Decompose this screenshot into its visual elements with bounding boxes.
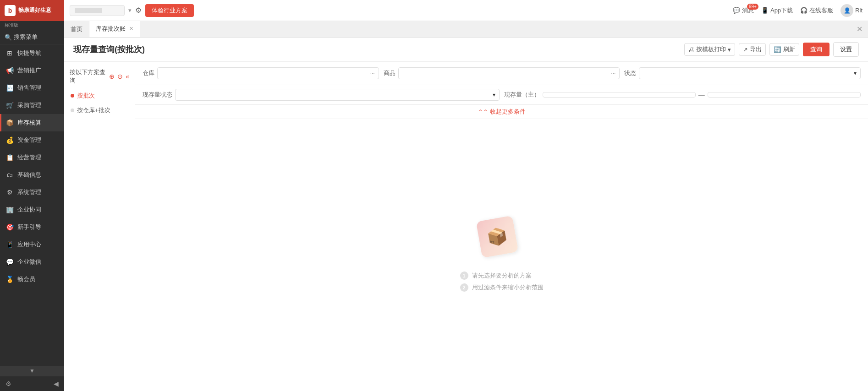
sidebar-item-quick-nav[interactable]: ⊞快捷导航 <box>0 44 64 62</box>
filter-item-batch-label: 按批次 <box>77 92 95 100</box>
nav-icon-quick-nav: ⊞ <box>5 49 14 57</box>
nav-icon-member: 🏅 <box>5 276 14 283</box>
refresh-btn[interactable]: 🔄 刷新 <box>769 43 799 56</box>
nav-label-finance: 资金管理 <box>17 136 41 144</box>
nav-icon-wechat: 💬 <box>5 258 14 266</box>
topbar-left: ▾ ⚙ 体验行业方案 <box>70 4 194 17</box>
print-template-btn[interactable]: 🖨 按模板打印 ▾ <box>684 43 735 56</box>
user-name-label: Rit <box>855 7 863 14</box>
query-btn[interactable]: 查询 <box>803 43 830 56</box>
tip-num: 1 <box>460 272 468 280</box>
filter-item-batch[interactable]: 按批次 <box>64 88 135 103</box>
sidebar-item-finance[interactable]: 💰资金管理 <box>0 131 64 149</box>
settings-icon[interactable]: ⚙ <box>5 380 11 387</box>
user-avatar: 👤 <box>841 4 853 17</box>
filter-inactive-dot <box>71 109 74 112</box>
topbar: ▾ ⚙ 体验行业方案 💬 消息 99+ 📱 App下载 🎧 在线客服 👤 Rit <box>64 0 868 21</box>
inventory-qty-to-input[interactable] <box>708 92 861 98</box>
filter-group-inventory-qty: 现存量（主） — <box>504 91 861 99</box>
filter-settings-icon[interactable]: ⊙ <box>117 73 123 80</box>
query-area: 仓库 ··· 商品 ··· <box>135 62 868 391</box>
goods-input[interactable]: ··· <box>398 67 620 79</box>
sidebar-item-wechat[interactable]: 💬企业微信 <box>0 253 64 271</box>
warehouse-label: 仓库 <box>143 69 154 77</box>
sidebar-item-enterprise[interactable]: 🏢企业协同 <box>0 201 64 218</box>
status-select[interactable]: ▾ <box>639 67 861 79</box>
nav-icon-appcenter: 📱 <box>5 241 14 248</box>
topbar-dropdown-arrow[interactable]: ▾ <box>128 7 132 14</box>
settings-btn[interactable]: 设置 <box>833 42 859 57</box>
notification-item[interactable]: 💬 消息 99+ <box>733 6 754 15</box>
message-icon: 💬 <box>733 7 740 14</box>
filter-panel-header: 按以下方案查询 ⊕ ⊙ « <box>64 66 135 88</box>
headset-icon: 🎧 <box>800 7 808 14</box>
nav-label-newbie: 新手引导 <box>17 223 41 231</box>
app-logo: b <box>5 5 16 16</box>
inventory-status-label: 现存量状态 <box>143 91 172 99</box>
app-download-label: App下载 <box>770 6 793 15</box>
nav-label-marketing: 营销推广 <box>17 66 41 75</box>
sidebar-item-basic[interactable]: 🗂基础信息 <box>0 166 64 184</box>
sidebar-item-member[interactable]: 🏅畅会员 <box>0 271 64 288</box>
page-content: 现存量查询(按批次) 🖨 按模板打印 ▾ ↗ 导出 🔄 刷新 查询 设置 <box>64 38 868 391</box>
sidebar-item-appcenter[interactable]: 📱应用中心 <box>0 236 64 253</box>
nav-label-appcenter: 应用中心 <box>17 240 41 249</box>
tab-home[interactable]: 首页 <box>64 21 89 37</box>
inventory-qty-from-input[interactable] <box>543 92 696 98</box>
empty-tip-item: 1请先选择要分析的方案 <box>460 272 544 280</box>
print-template-label: 按模板打印 <box>696 45 726 54</box>
filter-row-2: 现存量状态 ▾ 现存量（主） — <box>135 85 868 105</box>
collapse-icon[interactable]: ◀ <box>54 380 59 387</box>
collapse-label: 收起更多条件 <box>490 108 526 116</box>
empty-tips: 1请先选择要分析的方案2用过滤条件来缩小分析范围 <box>460 272 544 292</box>
online-service-item[interactable]: 🎧 在线客服 <box>800 6 833 15</box>
tip-text: 用过滤条件来缩小分析范围 <box>472 283 544 292</box>
export-btn[interactable]: ↗ 导出 <box>739 43 766 56</box>
sidebar-item-newbie[interactable]: 🎯新手引导 <box>0 218 64 236</box>
global-close-icon[interactable]: ✕ <box>851 25 868 33</box>
online-service-label: 在线客服 <box>809 6 833 15</box>
filter-add-icon[interactable]: ⊕ <box>109 73 115 80</box>
filter-item-warehouse-batch[interactable]: 按仓库+批次 <box>64 103 135 118</box>
sidebar-item-system[interactable]: ⚙系统管理 <box>0 184 64 201</box>
nav-icon-inventory: 📦 <box>5 119 14 126</box>
sidebar-item-purchase[interactable]: 🛒采购管理 <box>0 97 64 114</box>
nav-icon-newbie: 🎯 <box>5 223 14 231</box>
filter-collapse-icon[interactable]: « <box>126 73 129 80</box>
user-profile-item[interactable]: 👤 Rit <box>841 4 863 17</box>
sidebar-scroll-down[interactable]: ▼ <box>0 366 64 376</box>
experience-btn[interactable]: 体验行业方案 <box>145 4 194 17</box>
filter-panel-header-actions: ⊕ ⊙ « <box>109 73 129 80</box>
warehouse-input[interactable]: ··· <box>157 67 379 79</box>
tab-home-label: 首页 <box>71 25 82 33</box>
app-download-item[interactable]: 📱 App下载 <box>761 6 793 15</box>
filter-item-warehouse-batch-label: 按仓库+批次 <box>77 106 110 114</box>
search-menu-item[interactable]: 🔍 搜索菜单 <box>0 30 64 44</box>
app-name: 畅康通好生意 <box>18 7 51 14</box>
nav-label-member: 畅会员 <box>17 275 35 283</box>
tab-close-icon[interactable]: ✕ <box>129 26 133 32</box>
collapse-row[interactable]: ⌃⌃ 收起更多条件 <box>135 105 868 119</box>
nav-label-operation: 经营管理 <box>17 153 41 162</box>
status-label: 状态 <box>624 69 636 77</box>
nav-icon-enterprise: 🏢 <box>5 206 14 213</box>
content-area: 按以下方案查询 ⊕ ⊙ « 按批次 按仓库+批次 <box>64 62 868 391</box>
empty-state: 📦 1请先选择要分析的方案2用过滤条件来缩小分析范围 <box>135 119 868 391</box>
inventory-status-arrow-icon: ▾ <box>493 92 495 98</box>
sidebar-item-marketing[interactable]: 📢营销推广 <box>0 62 64 79</box>
goods-dots-icon: ··· <box>611 70 615 76</box>
tab-inventory-batch[interactable]: 库存批次账 ✕ <box>89 21 140 37</box>
export-icon: ↗ <box>743 46 748 53</box>
filter-rows-container: 仓库 ··· 商品 ··· <box>135 62 868 119</box>
sidebar-item-operation[interactable]: 📋经营管理 <box>0 149 64 166</box>
inventory-status-select[interactable]: ▾ <box>175 89 500 101</box>
page-header: 现存量查询(按批次) 🖨 按模板打印 ▾ ↗ 导出 🔄 刷新 查询 设置 <box>64 38 868 62</box>
search-icon: 🔍 <box>5 34 12 41</box>
nav-icon-purchase: 🛒 <box>5 102 14 109</box>
print-icon: 🖨 <box>688 46 694 53</box>
sidebar-item-inventory[interactable]: 📦库存核算 <box>0 114 64 131</box>
filter-group-inventory-status: 现存量状态 ▾ <box>143 89 500 101</box>
sidebar-item-sales[interactable]: 🧾销售管理 <box>0 79 64 97</box>
filter-group-warehouse: 仓库 ··· <box>143 67 379 79</box>
topbar-gear-icon[interactable]: ⚙ <box>135 6 142 15</box>
